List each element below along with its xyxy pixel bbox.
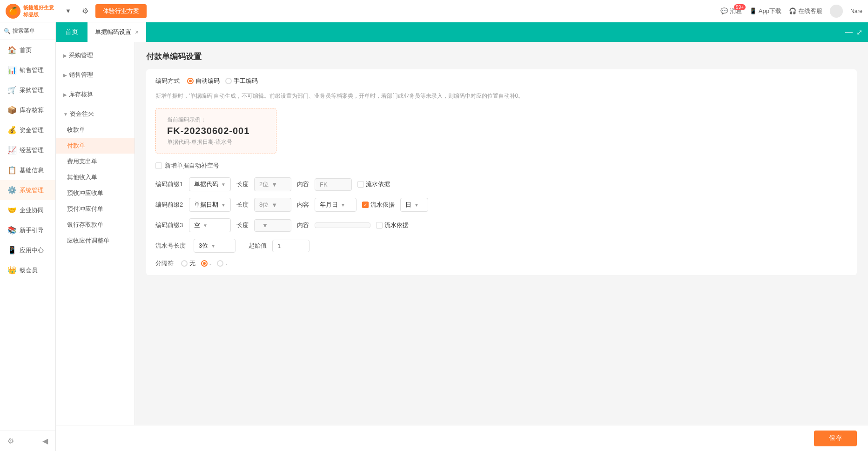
- sidebar-item-inventory[interactable]: 📦 库存核算: [0, 100, 55, 120]
- finance-icon: 💰: [7, 126, 16, 135]
- tab-active[interactable]: 单据编码设置 ×: [87, 22, 146, 42]
- purchase-icon: 🛒: [7, 86, 16, 94]
- sep-dot-radio[interactable]: -: [201, 260, 211, 267]
- sub-nav-header-purchase[interactable]: ▶ 采购管理: [56, 47, 135, 63]
- app-icon: 📱: [7, 246, 16, 255]
- chevron-down-icon: ▼: [262, 222, 268, 229]
- prefix3-select[interactable]: 空 ▼: [189, 218, 231, 232]
- form-row-1: 编码前缀1 单据代码 ▼ 长度 2位 ▼ 内容 FK: [155, 177, 848, 191]
- auto-fill-checkbox[interactable]: [155, 162, 162, 169]
- chevron-down-icon: ▼: [271, 181, 277, 188]
- tab-minimize-icon[interactable]: —: [845, 28, 853, 36]
- sidebar-item-finance[interactable]: 💰 资金管理: [0, 120, 55, 140]
- chevron-down-icon: ▼: [271, 202, 277, 209]
- waterflow3-checkbox[interactable]: [376, 222, 383, 229]
- content-area: 首页 单据编码设置 × — ⤢ ▶ 采购管理: [56, 22, 868, 451]
- messages-button[interactable]: 💬 消息 99+: [720, 7, 742, 15]
- waterflow2-checkbox[interactable]: ✓: [362, 202, 369, 208]
- sidebar-item-vip[interactable]: 👑 畅会员: [0, 260, 55, 280]
- sep-dot2-radio[interactable]: ·: [217, 260, 227, 267]
- separator-row: 分隔符 无 - ·: [155, 259, 848, 268]
- form-label-3: 编码前缀3: [155, 221, 183, 229]
- auto-code-radio[interactable]: 自动编码: [187, 77, 220, 85]
- sidebar-item-basic[interactable]: 📋 基础信息: [0, 160, 55, 180]
- length1-select[interactable]: 2位 ▼: [254, 177, 291, 191]
- info-text: 新增单据时，'单据编码'自动生成，不可编辑。前缀设置为部门、业务员等档案类，开单…: [155, 92, 848, 101]
- serial-length-select[interactable]: 3位 ▼: [194, 239, 236, 253]
- arrow-down-icon: ▼: [63, 112, 68, 117]
- basic-icon: 📋: [7, 166, 16, 175]
- sidebar-item-system[interactable]: ⚙️ 系统管理: [0, 180, 55, 200]
- sidebar-collapse-icon[interactable]: ◀: [42, 437, 48, 445]
- sidebar-item-home[interactable]: 🏠 首页: [0, 40, 55, 60]
- sub-nav-item-expense[interactable]: 费用支出单: [56, 154, 135, 169]
- sidebar-item-operations[interactable]: 📈 经营管理: [0, 140, 55, 160]
- auto-fill-row: 新增单据自动补空号: [155, 162, 848, 170]
- guide-icon: 📚: [7, 226, 16, 235]
- save-button[interactable]: 保存: [814, 431, 857, 446]
- separator-options: 无 - ·: [181, 259, 227, 268]
- sidebar-item-enterprise[interactable]: 🤝 企业协同: [0, 200, 55, 220]
- prefix2-select[interactable]: 单据日期 ▼: [189, 198, 231, 212]
- sub-nav-header-sales[interactable]: ▶ 销售管理: [56, 67, 135, 83]
- settings-icon[interactable]: ⚙: [79, 5, 92, 18]
- sub-nav-item-bank[interactable]: 银行存取款单: [56, 217, 135, 233]
- encoding-section: 编码方式 自动编码 手工编码: [146, 69, 857, 275]
- start-value-label: 起始值: [249, 242, 267, 250]
- trial-button[interactable]: 体验行业方案: [95, 4, 147, 18]
- sep-none-radio[interactable]: 无: [181, 259, 195, 268]
- sidebar-item-purchase[interactable]: 🛒 采购管理: [0, 80, 55, 100]
- form-label-2: 编码前缀2: [155, 201, 183, 209]
- form-row-3: 编码前缀3 空 ▼ 长度 ▼ 内容: [155, 218, 848, 232]
- tab-close-icon[interactable]: ×: [135, 28, 139, 36]
- sub-nav-item-prepay-pay[interactable]: 预付冲应付单: [56, 201, 135, 217]
- tab-maximize-icon[interactable]: ⤢: [856, 28, 862, 37]
- sub-layout: ▶ 采购管理 ▶ 销售管理 ▶ 库存核算: [56, 42, 868, 425]
- sales-icon: 📊: [7, 66, 16, 74]
- customer-service-button[interactable]: 🎧 在线客服: [789, 7, 822, 15]
- sub-sidebar: ▶ 采购管理 ▶ 销售管理 ▶ 库存核算: [56, 42, 135, 425]
- sidebar-settings-icon[interactable]: ⚙: [7, 437, 14, 445]
- sub-nav-group-sales: ▶ 销售管理: [56, 65, 135, 85]
- sub-nav-header-finance[interactable]: ▼ 资金往来: [56, 106, 135, 122]
- sidebar-item-sales[interactable]: 📊 销售管理: [0, 60, 55, 80]
- waterflow1-checkbox[interactable]: [357, 181, 364, 188]
- content2-select[interactable]: 年月日 ▼: [315, 198, 357, 212]
- prefix1-select[interactable]: 单据代码 ▼: [189, 177, 231, 191]
- auto-fill-label: 新增单据自动补空号: [165, 162, 219, 170]
- sub-nav-item-receipt[interactable]: 收款单: [56, 122, 135, 138]
- header-dropdown[interactable]: ▼: [61, 6, 75, 16]
- system-icon: ⚙️: [7, 186, 16, 195]
- period-select[interactable]: 日 ▼: [400, 198, 428, 212]
- sidebar-item-guide[interactable]: 📚 新手引导: [0, 220, 55, 240]
- sidebar-item-app[interactable]: 📱 应用中心: [0, 240, 55, 260]
- content-label-2: 内容: [297, 201, 309, 209]
- app-download-button[interactable]: 📱 App下载: [749, 7, 781, 15]
- length3-select[interactable]: ▼: [254, 219, 291, 232]
- page-title: 付款单编码设置: [146, 51, 857, 62]
- main-layout: 🔍 搜索菜单 🏠 首页 📊 销售管理 🛒 采购管理 📦 库存核算 💰: [0, 22, 868, 451]
- tab-home[interactable]: 首页: [56, 22, 87, 42]
- operations-icon: 📈: [7, 146, 16, 155]
- waterflow3-row: 流水依据: [376, 221, 409, 229]
- length2-select[interactable]: 8位 ▼: [254, 198, 291, 212]
- start-value-input[interactable]: 1: [272, 240, 310, 252]
- sub-nav-item-income[interactable]: 其他收入单: [56, 169, 135, 185]
- manual-code-radio[interactable]: 手工编码: [225, 77, 258, 85]
- sub-nav-item-adjust[interactable]: 应收应付调整单: [56, 233, 135, 249]
- separator-label: 分隔符: [155, 259, 174, 268]
- sidebar-search[interactable]: 🔍 搜索菜单: [0, 22, 55, 40]
- sep-none-circle: [181, 260, 188, 267]
- header-middle: ▼ ⚙ 体验行业方案: [61, 4, 720, 18]
- serial-row: 流水号长度 3位 ▼ 起始值 1: [155, 239, 848, 253]
- length-label-2: 长度: [236, 201, 249, 209]
- sidebar-bottom: ⚙ ◀: [0, 431, 55, 451]
- sub-nav-item-payment[interactable]: 付款单: [56, 138, 135, 154]
- waterflow1-row: 流水依据: [357, 180, 390, 188]
- sub-nav-header-inventory[interactable]: ▶ 库存核算: [56, 87, 135, 102]
- search-icon: 🔍: [4, 28, 11, 34]
- sub-nav-item-prepay-recv[interactable]: 预收冲应收单: [56, 185, 135, 201]
- chevron-down-icon: ▼: [221, 202, 226, 208]
- form-row-2: 编码前缀2 单据日期 ▼ 长度 8位 ▼ 内容: [155, 198, 848, 212]
- arrow-icon: ▶: [63, 73, 67, 78]
